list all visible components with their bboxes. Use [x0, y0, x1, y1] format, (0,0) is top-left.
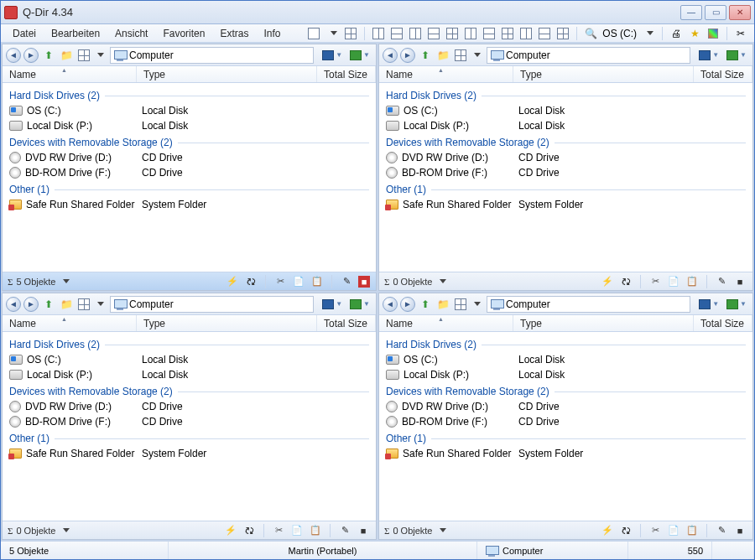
paste-icon[interactable]: 📋 — [685, 275, 699, 288]
paste-icon[interactable]: 📋 — [310, 275, 324, 288]
list-item[interactable]: DVD RW Drive (D:)CD Drive — [4, 399, 374, 414]
titlebar[interactable]: Q-Dir 4.34 — ▭ ✕ — [1, 1, 754, 24]
forward-button[interactable]: ► — [400, 297, 415, 312]
maximize-button[interactable]: ▭ — [705, 5, 726, 20]
forward-button[interactable]: ► — [23, 48, 39, 63]
list-item[interactable]: DVD RW Drive (D:)CD Drive — [4, 150, 374, 165]
list-item[interactable]: BD-ROM Drive (F:)CD Drive — [381, 165, 751, 180]
edit-icon[interactable]: ✎ — [715, 275, 728, 288]
monitor-green-combo[interactable]: ▼ — [347, 50, 372, 60]
back-button[interactable]: ◄ — [383, 48, 398, 63]
list-item[interactable]: BD-ROM Drive (F:)CD Drive — [381, 414, 751, 429]
list-item[interactable]: Local Disk (P:)Local Disk — [381, 367, 751, 382]
layout-g-icon[interactable] — [519, 27, 533, 40]
folder-icon[interactable]: 📁 — [59, 297, 74, 312]
list-item[interactable]: DVD RW Drive (D:)CD Drive — [381, 150, 751, 165]
list-item[interactable]: OS (C:)Local Disk — [4, 103, 374, 118]
refresh-icon[interactable]: 🗘 — [619, 275, 633, 288]
back-button[interactable]: ◄ — [6, 48, 21, 63]
folder-icon[interactable]: 📁 — [59, 48, 74, 63]
layout-h2-icon[interactable] — [538, 27, 551, 40]
col-size[interactable]: Total Size — [694, 66, 752, 82]
back-button[interactable]: ◄ — [383, 297, 398, 312]
view-combo-icon[interactable] — [76, 48, 91, 63]
col-name[interactable]: Name▲ — [3, 66, 137, 82]
menu-extras[interactable]: Extras — [213, 26, 255, 41]
magnify-icon[interactable]: 🔍 — [584, 27, 597, 40]
monitor-green-combo[interactable]: ▼ — [724, 50, 749, 60]
file-list[interactable]: Hard Disk Drives (2) OS (C:)Local Disk L… — [379, 332, 752, 521]
col-size[interactable]: Total Size — [317, 66, 376, 82]
layout-1-icon[interactable] — [307, 27, 320, 40]
col-name[interactable]: Name▲ — [379, 66, 513, 82]
forward-button[interactable]: ► — [23, 297, 39, 312]
view-caret-icon[interactable] — [474, 53, 481, 57]
star-icon[interactable]: ★ — [688, 27, 701, 40]
list-item[interactable]: DVD RW Drive (D:)CD Drive — [381, 399, 751, 414]
up-icon[interactable]: ⬆ — [41, 48, 56, 63]
list-item[interactable]: Local Disk (P:)Local Disk — [4, 118, 374, 133]
file-list[interactable]: Hard Disk Drives (2) OS (C:)Local Disk L… — [3, 83, 376, 272]
breadcrumb[interactable]: Computer — [110, 47, 314, 64]
layout-h-icon[interactable] — [372, 27, 385, 40]
close-button[interactable]: ✕ — [729, 5, 751, 20]
up-icon[interactable]: ⬆ — [418, 297, 433, 312]
folder-icon[interactable]: 📁 — [435, 297, 450, 312]
stop-icon[interactable]: ■ — [358, 276, 370, 288]
list-item[interactable]: Local Disk (P:)Local Disk — [4, 367, 374, 382]
drive-combo-caret-icon[interactable] — [642, 27, 655, 40]
up-icon[interactable]: ⬆ — [418, 48, 433, 63]
layout-v-icon[interactable] — [390, 27, 404, 40]
up-icon[interactable]: ⬆ — [41, 297, 56, 312]
cut-icon[interactable]: ✂ — [648, 275, 662, 288]
layout-i-icon[interactable] — [556, 27, 570, 40]
minimize-button[interactable]: — — [680, 5, 702, 20]
layout-f-icon[interactable] — [501, 27, 514, 40]
file-list[interactable]: Hard Disk Drives (2) OS (C:)Local Disk L… — [3, 332, 376, 521]
stop-icon[interactable]: ■ — [733, 275, 747, 288]
layout-d-icon[interactable] — [464, 27, 477, 40]
list-item[interactable]: OS (C:)Local Disk — [381, 352, 751, 367]
menu-datei[interactable]: Datei — [6, 26, 43, 41]
list-item[interactable]: Safe Run Shared FolderSystem Folder — [381, 446, 751, 461]
folder-icon[interactable]: 📁 — [435, 48, 450, 63]
list-item[interactable]: OS (C:)Local Disk — [381, 103, 751, 118]
view-combo-icon[interactable] — [76, 297, 91, 312]
menu-info[interactable]: Info — [257, 26, 287, 41]
list-item[interactable]: Safe Run Shared FolderSystem Folder — [4, 197, 374, 212]
layout-4-icon[interactable] — [344, 27, 357, 40]
drive-combo-label[interactable]: OS (C:) — [601, 28, 638, 39]
layout-a-icon[interactable] — [409, 27, 422, 40]
copy-icon[interactable]: 📄 — [667, 275, 680, 288]
menu-favoriten[interactable]: Favoriten — [156, 26, 211, 41]
caret-icon[interactable] — [325, 27, 339, 40]
cut-icon[interactable]: ✂ — [273, 275, 287, 288]
list-item[interactable]: Safe Run Shared FolderSystem Folder — [4, 446, 374, 461]
layout-e-icon[interactable] — [482, 27, 496, 40]
menu-bearbeiten[interactable]: Bearbeiten — [44, 26, 107, 41]
breadcrumb[interactable]: Computer — [487, 47, 690, 64]
monitor-blue-combo[interactable]: ▼ — [696, 50, 721, 60]
breadcrumb[interactable]: Computer — [487, 296, 690, 313]
forward-button[interactable]: ► — [400, 48, 415, 63]
edit-icon[interactable]: ✎ — [340, 275, 353, 288]
list-item[interactable]: Local Disk (P:)Local Disk — [381, 118, 751, 133]
view-combo-icon[interactable] — [453, 48, 468, 63]
tools-icon[interactable]: ✂ — [734, 27, 747, 40]
bolt-icon[interactable]: ⚡ — [601, 275, 614, 288]
list-item[interactable]: Safe Run Shared FolderSystem Folder — [381, 197, 751, 212]
file-list[interactable]: Hard Disk Drives (2) OS (C:)Local Disk L… — [379, 83, 752, 272]
monitor-blue-combo[interactable]: ▼ — [320, 50, 345, 60]
view-combo-icon[interactable] — [453, 297, 468, 312]
list-item[interactable]: BD-ROM Drive (F:)CD Drive — [4, 414, 374, 429]
back-button[interactable]: ◄ — [6, 297, 21, 312]
layout-b-icon[interactable] — [427, 27, 440, 40]
menu-ansicht[interactable]: Ansicht — [108, 26, 154, 41]
col-type[interactable]: Type — [137, 66, 317, 82]
view-caret-icon[interactable] — [97, 53, 104, 57]
refresh-icon[interactable]: 🗘 — [244, 275, 258, 288]
col-type[interactable]: Type — [513, 66, 694, 82]
status-caret-icon[interactable] — [63, 279, 70, 283]
print-icon[interactable]: 🖨 — [669, 27, 683, 40]
list-item[interactable]: BD-ROM Drive (F:)CD Drive — [4, 165, 374, 180]
